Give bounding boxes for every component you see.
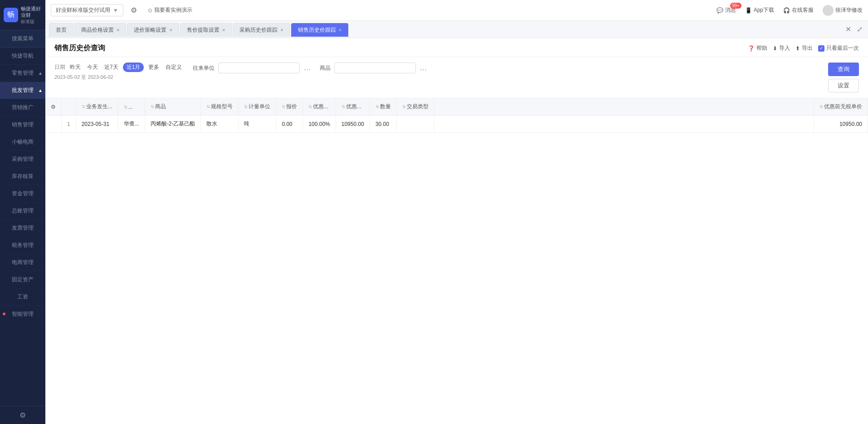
date-options: 日期 昨天 今天 近7天 近1月 更多 自定义 — [54, 63, 184, 72]
product-input[interactable] — [334, 63, 416, 73]
product-filter-group: 商品 … — [320, 63, 427, 73]
tab-price[interactable]: 商品价格设置 × — [74, 23, 126, 37]
tab-home-label: 首页 — [56, 26, 67, 34]
sidebar-item-purchase[interactable]: 采购管理 — [0, 151, 45, 168]
date-opt-last1m[interactable]: 近1月 — [123, 63, 144, 72]
version-label: 好业财标准版交付试用 — [56, 6, 110, 14]
date-opt-last7[interactable]: 近7天 — [102, 63, 120, 72]
date-range-text: 2023-05-02 至 2023-06-02 — [54, 74, 184, 81]
app-download-button[interactable]: 📱 App下载 — [745, 6, 774, 14]
sort-icon-unit: ⇅ — [244, 104, 248, 109]
main-content: 好业财标准版交付试用 ▼ ⚙ ⊙ 我要看实例演示 💬 消息 99+ 📱 App下… — [45, 0, 868, 424]
wholesale-arrow-icon: ▲ — [38, 88, 43, 93]
tab-purchase-history[interactable]: 采购历史价跟踪 × — [233, 23, 290, 37]
product-more-icon[interactable]: … — [419, 64, 427, 72]
demo-button[interactable]: ⊙ 我要看实例演示 — [144, 5, 196, 16]
tab-purchase-history-close[interactable]: × — [280, 27, 283, 33]
cell-discount2: 10950.00 — [336, 116, 370, 133]
supplier-input[interactable] — [218, 63, 300, 73]
th-price[interactable]: ⇅报价 — [276, 98, 303, 116]
only-last-checkbox[interactable]: ✓ 只看最后一次 — [818, 44, 859, 52]
sidebar-search[interactable]: 搜索菜单 — [0, 30, 45, 48]
cell-unit: 吨 — [239, 116, 276, 133]
cell-pretax-price: 10950.00 — [814, 116, 868, 133]
sidebar-item-retail[interactable]: 零售管理 ▲ — [0, 65, 45, 82]
th-discount1[interactable]: ⇅优惠... — [303, 98, 336, 116]
version-selector[interactable]: 好业财标准版交付试用 ▼ — [51, 4, 123, 16]
tab-extract[interactable]: 售价提取设置 × — [180, 23, 232, 37]
sidebar-settings-icon[interactable]: ⚙ — [20, 411, 26, 419]
message-button[interactable]: 💬 消息 99+ — [717, 6, 736, 14]
sort-icon-more: ⇅ — [124, 105, 127, 110]
help-button[interactable]: ❓ 帮助 — [748, 44, 767, 52]
tab-price-close[interactable]: × — [117, 27, 119, 33]
sidebar-item-invoice[interactable]: 发票管理 — [0, 220, 45, 237]
tab-strategy-label: 进价策略设置 — [134, 26, 166, 34]
tab-sales-history-close[interactable]: × — [339, 27, 341, 33]
sort-icon-product: ⇅ — [151, 104, 154, 109]
th-more[interactable]: ⇅... — [118, 98, 145, 116]
sidebar-item-quick-nav[interactable]: 快捷导航 — [0, 48, 45, 65]
sidebar-item-finance[interactable]: 资金管理 — [0, 185, 45, 202]
th-unit[interactable]: ⇅计量单位 — [239, 98, 276, 116]
sidebar-item-inventory[interactable]: 库存核算 — [0, 168, 45, 185]
only-last-label: 只看最后一次 — [826, 44, 859, 52]
import-label: 导入 — [779, 44, 790, 52]
date-filter-label: 日期 — [54, 63, 65, 71]
th-row-num — [62, 98, 76, 116]
user-avatar — [823, 5, 834, 16]
message-icon: 💬 — [717, 7, 723, 14]
sort-icon: ⇅ — [82, 104, 85, 109]
tab-bar: 首页 商品价格设置 × 进价策略设置 × 售价提取设置 × 采购历史价跟踪 × … — [45, 21, 868, 38]
service-button[interactable]: 🎧 在线客服 — [783, 6, 814, 14]
supplier-more-icon[interactable]: … — [303, 64, 311, 72]
sidebar-item-ecommerce[interactable]: 电商管理 — [0, 254, 45, 271]
th-biz-date[interactable]: ⇅业务发生... — [76, 98, 118, 116]
tab-strategy[interactable]: 进价策略设置 × — [127, 23, 179, 37]
sidebar-item-payroll[interactable]: 工资 — [0, 289, 45, 306]
th-gear[interactable]: ⚙ — [45, 98, 62, 116]
sidebar-item-assets[interactable]: 固定资产 — [0, 271, 45, 289]
th-product[interactable]: ⇅商品 — [145, 98, 201, 116]
maximize-window-button[interactable]: ⤢ — [855, 24, 864, 34]
user-menu[interactable]: 徐泽华修改 — [823, 5, 863, 16]
topbar-settings-icon[interactable]: ⚙ — [129, 4, 139, 16]
sidebar-item-smart[interactable]: 智能管理 — [0, 306, 45, 323]
date-opt-custom[interactable]: 自定义 — [164, 63, 184, 72]
cell-spec: 散水 — [201, 116, 239, 133]
sidebar-logo: 畅 畅捷通好业财 标准版 — [0, 0, 45, 30]
tab-sales-history-label: 销售历史价跟踪 — [298, 26, 336, 34]
sort-icon-trade-type: ⇅ — [402, 104, 406, 109]
sidebar-item-wholesale[interactable]: 批发管理 ▲ — [0, 82, 45, 99]
sidebar-item-marketing[interactable]: 营销推广 — [0, 99, 45, 116]
date-filter-group: 日期 昨天 今天 近7天 近1月 更多 自定义 2023-05-02 至 202… — [54, 63, 184, 81]
query-button[interactable]: 查询 — [828, 63, 859, 76]
supplier-label: 往来单位 — [193, 64, 215, 72]
tab-sales-history[interactable]: 销售历史价跟踪 × — [291, 23, 348, 37]
th-discount2[interactable]: ⇅优惠... — [336, 98, 370, 116]
close-window-button[interactable]: ✕ — [844, 24, 853, 34]
th-pretax-price[interactable]: ⇅优惠前无税单价 — [814, 98, 868, 116]
sidebar-item-ecommerce-small[interactable]: 小畅电商 — [0, 134, 45, 151]
date-opt-yesterday[interactable]: 昨天 — [68, 63, 83, 72]
date-opt-today[interactable]: 今天 — [85, 63, 100, 72]
th-spec[interactable]: ⇅规格型号 — [201, 98, 239, 116]
th-trade-type[interactable]: ⇅交易类型 — [396, 98, 434, 116]
export-label: 导出 — [802, 44, 813, 52]
tab-extract-close[interactable]: × — [222, 27, 225, 33]
checkbox-icon: ✓ — [818, 45, 824, 52]
import-button[interactable]: ⬇ 导入 — [773, 44, 790, 52]
date-opt-more[interactable]: 更多 — [146, 63, 161, 72]
import-icon: ⬇ — [773, 45, 777, 52]
filter-settings-button[interactable]: 设置 — [828, 79, 859, 92]
tab-strategy-close[interactable]: × — [169, 27, 172, 33]
sidebar-item-tax[interactable]: 税务管理 — [0, 237, 45, 254]
sort-icon-price: ⇅ — [282, 104, 285, 109]
message-badge: 99+ — [730, 3, 741, 9]
table-row[interactable]: 1 2023-05-31 华查... 丙烯酸-2-乙基己酯 散水 吨 0.00 … — [45, 116, 868, 133]
export-button[interactable]: ⬆ 导出 — [795, 44, 813, 52]
th-quantity[interactable]: ⇅数量 — [370, 98, 396, 116]
sidebar-item-accounting[interactable]: 总账管理 — [0, 202, 45, 220]
tab-home[interactable]: 首页 — [49, 23, 73, 37]
sidebar-item-sales[interactable]: 销售管理 — [0, 116, 45, 134]
